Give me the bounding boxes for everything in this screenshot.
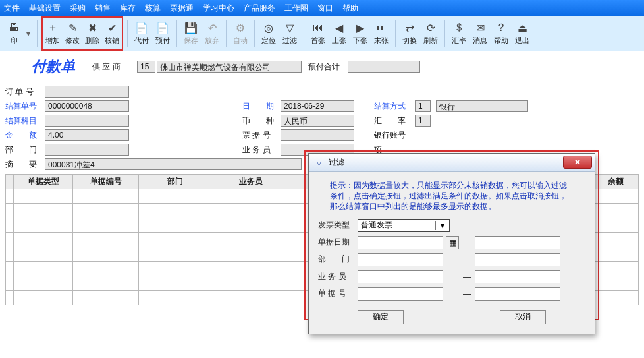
col-dept[interactable]: 部门 xyxy=(139,175,211,189)
cancel-button[interactable]: 取消 xyxy=(500,310,546,324)
tb-print[interactable]: 🖶印 xyxy=(3,18,25,49)
order-no[interactable] xyxy=(45,86,129,98)
refresh-icon: ⟳ xyxy=(424,21,437,34)
delete-icon: ✖ xyxy=(86,21,99,34)
tb-first[interactable]: ⏮首张 xyxy=(308,18,328,49)
tb-filter[interactable]: ▽过滤 xyxy=(280,18,300,49)
tb-switch[interactable]: ⇄切换 xyxy=(400,18,419,49)
dialog-titlebar[interactable]: ▿ 过滤 ✕ xyxy=(309,154,595,172)
gear-icon: ⚙ xyxy=(234,21,247,34)
dialog-hint: 提示：因为数据量较大，只能显示部分未核销数据，您可以输入过滤条件，点击确定按钮，… xyxy=(330,180,574,212)
summary-label: 摘 要 xyxy=(5,159,45,170)
tb-proxy-pay[interactable]: 📄代付 xyxy=(132,18,151,49)
menu-learn[interactable]: 学习中心 xyxy=(203,3,234,14)
col-oper[interactable]: 业务员 xyxy=(211,175,290,189)
tb-auto: ⚙自动 xyxy=(230,18,250,49)
col-docno[interactable]: 单据编号 xyxy=(73,175,139,189)
dlg-dept-from[interactable] xyxy=(358,253,443,266)
date[interactable]: 2018-06-29 xyxy=(281,100,354,112)
message-icon: ✉ xyxy=(473,21,487,34)
document-icon: 📄 xyxy=(135,21,148,34)
dropdown-arrow-icon[interactable]: ▾ xyxy=(26,29,30,38)
menu-purchase[interactable]: 采购 xyxy=(70,3,86,14)
tb-exit[interactable]: ⏏退出 xyxy=(512,18,532,49)
close-button[interactable]: ✕ xyxy=(563,156,592,169)
tb-help[interactable]: ？帮助 xyxy=(491,18,511,49)
tb-edit[interactable]: ✎修改 xyxy=(63,18,82,49)
settle-method-code[interactable]: 1 xyxy=(415,100,431,112)
dash-icon: — xyxy=(463,289,471,299)
settle-no[interactable]: 0000000048 xyxy=(45,100,129,112)
dlg-oper-to[interactable] xyxy=(475,270,560,283)
supplier-code[interactable]: 15 xyxy=(137,61,155,73)
tb-refresh[interactable]: ⟳刷新 xyxy=(421,18,441,49)
date-picker-button[interactable]: ▦ xyxy=(446,236,459,249)
menu-help[interactable]: 帮助 xyxy=(342,3,358,14)
menu-basic[interactable]: 基础设置 xyxy=(29,3,61,14)
tb-next[interactable]: ▶下张 xyxy=(350,18,370,49)
settle-no-label: 结算单号 xyxy=(5,101,45,112)
tb-add[interactable]: ＋增加 xyxy=(43,18,63,49)
tb-save: 💾保存 xyxy=(181,18,201,49)
printer-icon: 🖶 xyxy=(7,21,20,34)
menu-file[interactable]: 文件 xyxy=(4,3,20,14)
bill-date-from[interactable] xyxy=(358,236,443,249)
settle-method-name[interactable]: 银行 xyxy=(436,100,528,112)
target-icon: ◎ xyxy=(262,21,275,34)
invoice-type-label: 发票类型 xyxy=(318,220,358,231)
dlg-billno-from[interactable] xyxy=(358,287,443,301)
pencil-icon: ✎ xyxy=(66,21,79,34)
supplier-name[interactable]: 佛山市禅美顺燃气设备有限公司 xyxy=(157,61,302,73)
tb-rate[interactable]: ＄汇率 xyxy=(449,18,469,49)
first-icon: ⏮ xyxy=(311,21,325,34)
tb-message[interactable]: ✉消息 xyxy=(470,18,490,49)
col-balance[interactable]: 余额 xyxy=(593,175,639,189)
billno-label: 票 据 号 xyxy=(242,130,281,141)
account[interactable] xyxy=(45,115,129,127)
currency[interactable]: 人民币 xyxy=(281,115,354,127)
dept[interactable] xyxy=(45,144,129,156)
settle-method-label: 结算方式 xyxy=(374,101,415,112)
tb-discard: ↶放弃 xyxy=(202,18,222,49)
prepay-total[interactable] xyxy=(348,61,420,73)
menu-accounting[interactable]: 核算 xyxy=(145,3,161,14)
chevron-down-icon: ▼ xyxy=(435,221,446,230)
dlg-oper-from[interactable] xyxy=(358,270,443,283)
swap-icon: ⇄ xyxy=(403,21,416,34)
menu-workspace[interactable]: 工作圈 xyxy=(284,3,308,14)
invoice-type-select[interactable]: 普通发票 ▼ xyxy=(358,219,450,232)
summary[interactable]: 000031冲差4 xyxy=(45,158,302,170)
dash-icon: — xyxy=(463,255,471,264)
menu-product[interactable]: 产品服务 xyxy=(244,3,275,14)
invoice-type-value: 普通发票 xyxy=(361,220,392,231)
supplier-label: 供 应 商 xyxy=(92,61,132,73)
next-icon: ▶ xyxy=(354,21,367,34)
bill-date-to[interactable] xyxy=(475,236,560,249)
tb-writeoff[interactable]: ✔核销 xyxy=(102,18,122,49)
col-doctype[interactable]: 单据类型 xyxy=(14,175,73,189)
menu-inventory[interactable]: 库存 xyxy=(120,3,136,14)
tb-prepay[interactable]: 📄预付 xyxy=(153,18,173,49)
undo-icon: ↶ xyxy=(205,21,219,34)
rate[interactable]: 1 xyxy=(415,115,431,127)
dept-label: 部 门 xyxy=(5,144,45,156)
billno[interactable] xyxy=(281,129,354,141)
dlg-dept-to[interactable] xyxy=(475,253,560,266)
last-icon: ⏭ xyxy=(375,21,388,34)
menu-window[interactable]: 窗口 xyxy=(317,3,333,14)
amount-label: 金 额 xyxy=(5,130,45,141)
ok-button[interactable]: 确定 xyxy=(358,310,404,324)
prev-icon: ◀ xyxy=(333,21,346,34)
tb-locate[interactable]: ◎定位 xyxy=(259,18,279,49)
rate-icon: ＄ xyxy=(452,21,466,34)
tb-last[interactable]: ⏭末张 xyxy=(371,18,391,49)
menu-sales[interactable]: 销售 xyxy=(95,3,111,14)
tb-delete[interactable]: ✖删除 xyxy=(82,18,102,49)
amount[interactable]: 4.00 xyxy=(45,129,129,141)
dialog-title: 过滤 xyxy=(329,157,344,168)
row-handle xyxy=(6,175,14,189)
dlg-billno-to[interactable] xyxy=(475,287,560,301)
menu-bill[interactable]: 票据通 xyxy=(170,3,194,14)
tb-prev[interactable]: ◀上张 xyxy=(329,18,349,49)
exit-icon: ⏏ xyxy=(516,21,529,34)
